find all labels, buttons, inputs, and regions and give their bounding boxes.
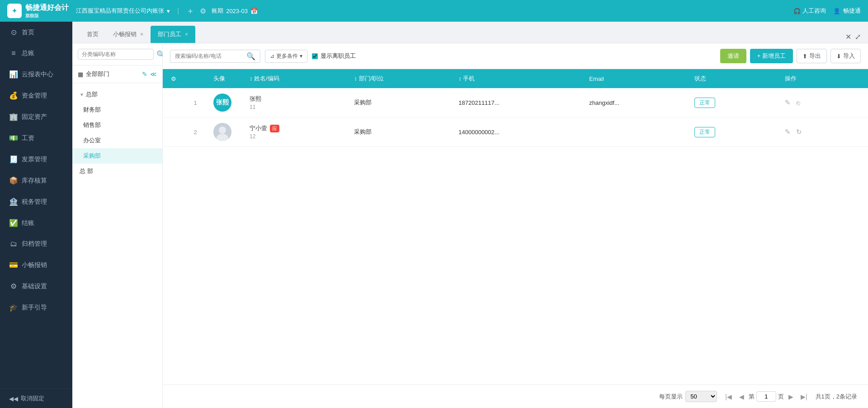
- show-resigned-checkbox[interactable]: [312, 53, 318, 59]
- sidebar-item-payroll[interactable]: 💵 工资: [0, 127, 72, 149]
- sidebar-item-guide[interactable]: 🎓 新手引导: [0, 297, 72, 318]
- table-row: 2: [163, 117, 868, 147]
- col-dept-position[interactable]: ↕ 部门/职位: [347, 69, 451, 88]
- calendar-icon[interactable]: 📅: [250, 8, 258, 14]
- sidebar-item-label: 资金管理: [22, 92, 47, 100]
- dept-tree-body: ▼ 总部 财务部 销售部 办公室 采购部: [72, 83, 162, 408]
- sidebar-item-label: 云报表中心: [22, 70, 53, 79]
- tab-home[interactable]: 首页: [80, 26, 106, 43]
- add-employee-button[interactable]: + 新增员工: [750, 49, 793, 63]
- tab-employees[interactable]: 部门员工 ×: [151, 26, 195, 43]
- settings-icon[interactable]: ⚙: [200, 7, 206, 15]
- col-phone[interactable]: ↕ 手机: [451, 69, 582, 88]
- settings-nav-icon: ⚙: [9, 282, 18, 291]
- edit-icon[interactable]: ✎: [785, 98, 791, 107]
- show-resigned-checkbox-wrap[interactable]: 显示离职员工: [312, 52, 356, 60]
- dept-purchase-label: 采购部: [83, 152, 101, 160]
- main-layout: ⊙ 首页 ≡ 总账 📊 云报表中心 💰 资金管理 🏢 固定资产 💵 工资 🧾 发…: [0, 22, 868, 408]
- sidebar-item-closing[interactable]: ✅ 结账: [0, 212, 72, 234]
- user-menu[interactable]: 👤 畅捷通: [833, 7, 861, 15]
- row-2-actions: ✎ ↻: [778, 117, 868, 147]
- sidebar-item-assets[interactable]: 🏢 固定资产: [0, 106, 72, 127]
- refresh-icon[interactable]: ↻: [796, 128, 802, 136]
- next-page-button[interactable]: ▶: [786, 392, 796, 402]
- avatar: [213, 123, 231, 141]
- close-window-icon[interactable]: ✕: [845, 33, 851, 41]
- dept-node-hq-parent[interactable]: ▼ 总部: [72, 87, 162, 102]
- period-value: 2023-03: [226, 8, 248, 14]
- status-badge: 正常: [694, 127, 715, 137]
- sidebar-item-invoices[interactable]: 🧾 发票管理: [0, 149, 72, 170]
- row-2-name-code: 宁小壹 应 12: [242, 117, 347, 147]
- dept-edit-icon[interactable]: ✎: [142, 70, 147, 78]
- export-button[interactable]: ⬆ 导出: [797, 49, 827, 63]
- company-name: 江西服宝精品有限责任公司内账张: [76, 7, 164, 15]
- prev-page-button[interactable]: ◀: [736, 392, 747, 402]
- row-2-settings: [163, 117, 184, 147]
- sidebar-item-label: 发票管理: [22, 155, 47, 164]
- dept-sales-label: 销售部: [83, 121, 101, 129]
- dept-search-icon[interactable]: 🔍: [156, 50, 163, 59]
- sidebar-item-reports[interactable]: 📊 云报表中心: [0, 64, 72, 85]
- add-company-button[interactable]: ＋: [186, 5, 194, 16]
- sidebar-item-expense[interactable]: 💳 小畅报销: [0, 254, 72, 276]
- logout-icon[interactable]: ⎋: [796, 99, 800, 107]
- badge-pending: 应: [270, 125, 279, 132]
- app-logo-title: 畅捷通好会计: [25, 3, 69, 13]
- first-page-button[interactable]: |◀: [722, 392, 735, 402]
- row-1-phone: 18720211117...: [451, 88, 582, 117]
- dept-tree-title: ▦ 全部部门: [78, 70, 109, 78]
- import-button[interactable]: ⬇ 导入: [830, 49, 861, 63]
- page-label: 第: [749, 393, 755, 401]
- dept-arrow-icon: ▼: [80, 92, 84, 97]
- assets-icon: 🏢: [9, 113, 18, 121]
- all-dept-label: 全部部门: [86, 70, 109, 78]
- dept-collapse-icon[interactable]: ≪: [150, 70, 157, 78]
- sidebar-item-settings[interactable]: ⚙ 基础设置: [0, 276, 72, 297]
- col-settings[interactable]: ⚙: [163, 69, 184, 88]
- last-page-button[interactable]: ▶|: [798, 392, 810, 402]
- app-edition: 旗舰版: [25, 13, 69, 19]
- col-email: Email: [582, 69, 687, 88]
- col-name-code[interactable]: ↕ 姓名/编码: [242, 69, 347, 88]
- sidebar-item-home[interactable]: ⊙ 首页: [0, 22, 72, 43]
- sidebar-pin-toggle[interactable]: ◀◀ 取消固定: [0, 389, 72, 408]
- row-2-status: 正常: [687, 117, 778, 147]
- dept-node-office[interactable]: 办公室: [72, 133, 162, 148]
- employee-search-icon[interactable]: 🔍: [246, 52, 255, 61]
- dept-group-name: 总部: [86, 90, 98, 98]
- payroll-icon: 💵: [9, 134, 18, 142]
- edit-icon[interactable]: ✎: [785, 128, 791, 136]
- employee-search-input[interactable]: [175, 53, 244, 59]
- page-number-input[interactable]: [756, 391, 776, 402]
- tab-employees-close[interactable]: ×: [185, 31, 188, 38]
- dept-node-sales[interactable]: 销售部: [72, 117, 162, 133]
- sidebar-item-archive[interactable]: 🗂 归档管理: [0, 234, 72, 254]
- page-content: 🔍 ▦ 全部部门 ✎ ≪ ▼ 总部: [72, 43, 868, 408]
- dept-node-purchase[interactable]: 采购部: [72, 148, 162, 164]
- employee-code: 12: [250, 133, 340, 140]
- service-button[interactable]: 🎧 人工咨询: [793, 7, 826, 15]
- tab-expense[interactable]: 小畅报销 ×: [106, 26, 151, 43]
- sidebar-item-tax[interactable]: 🏦 税务管理: [0, 191, 72, 212]
- sidebar-item-label: 库存核算: [22, 177, 47, 185]
- sidebar-item-label: 小畅报销: [22, 261, 47, 269]
- sidebar-item-ledger[interactable]: ≡ 总账: [0, 43, 72, 64]
- company-selector[interactable]: 江西服宝精品有限责任公司内账张 ▾: [76, 7, 170, 15]
- invite-button[interactable]: 邀请: [720, 49, 746, 63]
- col-actions: 操作: [778, 69, 868, 88]
- sidebar-item-label: 首页: [22, 28, 34, 37]
- pin-icon: ◀◀: [9, 395, 18, 402]
- dept-finance-label: 财务部: [83, 106, 101, 114]
- sidebar-item-funds[interactable]: 💰 资金管理: [0, 85, 72, 106]
- dept-search-input[interactable]: [78, 49, 154, 60]
- tab-expense-close[interactable]: ×: [140, 31, 143, 38]
- row-1-email: zhangxidf...: [582, 88, 687, 117]
- dept-node-finance[interactable]: 财务部: [72, 102, 162, 117]
- filter-dropdown-icon: ▾: [300, 53, 302, 59]
- fullscreen-icon[interactable]: ⤢: [855, 33, 861, 41]
- filter-more-button[interactable]: ⊿ 更多条件 ▾: [265, 50, 307, 63]
- sidebar-item-inventory[interactable]: 📦 库存核算: [0, 170, 72, 191]
- dept-node-hq[interactable]: 总 部: [72, 164, 162, 179]
- per-page-select[interactable]: 50 10 20 100: [685, 391, 717, 402]
